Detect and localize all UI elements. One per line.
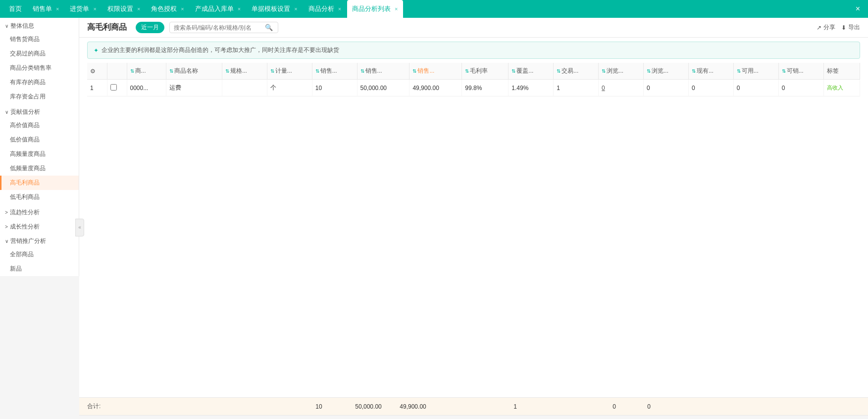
sidebar-group-marketing[interactable]: ∨营销推广分析 <box>0 233 79 247</box>
col-header-unit[interactable]: ⇅计量... <box>267 63 312 80</box>
nav-close-roles[interactable]: × <box>181 6 184 12</box>
col-header-sales-qty[interactable]: ⇅销售... <box>312 63 357 80</box>
nav-item-product-entry[interactable]: 产成品入库单× <box>190 0 246 18</box>
nav-close-analysis[interactable]: × <box>338 6 341 12</box>
nav-item-permissions[interactable]: 权限设置× <box>102 0 145 18</box>
cell-spec <box>222 80 267 96</box>
col-header-sales-cost[interactable]: ⇅销售... <box>409 63 462 80</box>
cell-coverage: 1.49% <box>509 80 554 96</box>
col-header-sellable[interactable]: ⇅可销... <box>778 63 823 80</box>
cell-index: 1 <box>87 80 107 96</box>
col-header-code[interactable]: ⇅商... <box>127 63 166 80</box>
sidebar-item-low-freq[interactable]: 低频量度商品 <box>0 161 79 176</box>
col-label: 计量... <box>275 67 292 74</box>
table-header-row: ⚙⇅商...⇅商品名称⇅规格...⇅计量...⇅销售...⇅销售...⇅销售..… <box>87 63 860 80</box>
col-header-settings: ⚙ <box>87 63 107 80</box>
nav-close-purchase[interactable]: × <box>93 6 96 12</box>
sort-icon: ⇅ <box>511 68 515 74</box>
col-header-available[interactable]: ⇅可用... <box>733 63 778 80</box>
nav-item-purchase[interactable]: 进货单× <box>65 0 101 18</box>
nav-close-product-entry[interactable]: × <box>238 6 241 12</box>
cell-browse2: 0 <box>644 80 689 96</box>
col-label: 销售... <box>417 67 434 74</box>
sidebar-group-financial[interactable]: ∨贡献值分析 <box>0 104 79 118</box>
sort-icon: ⇅ <box>602 68 606 74</box>
nav-item-sales[interactable]: 销售单× <box>28 0 64 18</box>
sidebar-item-in-stock[interactable]: 有库存的商品 <box>0 75 79 90</box>
sidebar-item-traded-goods[interactable]: 交易过的商品 <box>0 47 79 61</box>
col-header-spec[interactable]: ⇅规格... <box>222 63 267 80</box>
info-banner: ✦ 企业的主要的利润都是这部分商品创造的，可考虑加大推广，同时关注库存是不要出现… <box>87 42 860 59</box>
col-header-current-stock[interactable]: ⇅现有... <box>688 63 733 80</box>
page-title: 高毛利商品 <box>87 22 127 33</box>
export-button[interactable]: ⬇ 导出 <box>841 23 860 32</box>
sidebar-item-high-freq[interactable]: 高频量度商品 <box>0 147 79 161</box>
cell-browse1[interactable]: 0 <box>599 80 644 96</box>
close-all-button[interactable]: × <box>852 4 864 13</box>
col-header-margin-rate[interactable]: ⇅毛利率 <box>462 63 509 80</box>
sidebar-group-label-text: 流趋性分析 <box>10 208 40 217</box>
cell-sales-qty: 10 <box>312 80 357 96</box>
nav-item-analysis[interactable]: 商品分析× <box>304 0 346 18</box>
footer-sales-qty: 10 <box>312 402 352 411</box>
cell-sales-amount: 50,000.00 <box>357 80 409 96</box>
cell-checkbox[interactable] <box>107 80 127 96</box>
table-container[interactable]: ⚙⇅商...⇅商品名称⇅规格...⇅计量...⇅销售...⇅销售...⇅销售..… <box>79 63 868 397</box>
sidebar-item-stock-ratio[interactable]: 库存资金占用 <box>0 90 79 104</box>
cell-unit: 个 <box>267 80 312 96</box>
sidebar-group-label-text: 贡献值分析 <box>10 108 40 116</box>
chevron-icon: ∨ <box>5 109 8 115</box>
col-label: 销售... <box>365 67 382 74</box>
export-icon: ⬇ <box>841 24 846 31</box>
sidebar-item-new-goods[interactable]: 新品 <box>0 262 79 276</box>
col-label: 浏览... <box>652 67 668 74</box>
sidebar-item-sales-goods[interactable]: 销售货商品 <box>0 32 79 47</box>
info-text: 企业的主要的利润都是这部分商品创造的，可考虑加大推广，同时关注库存是不要出现缺货 <box>102 46 339 54</box>
search-icon[interactable]: 🔍 <box>265 24 273 31</box>
search-input[interactable] <box>174 24 263 31</box>
col-label: 可销... <box>787 67 804 74</box>
cell-current-stock: 0 <box>688 80 733 96</box>
sort-icon: ⇅ <box>225 68 229 74</box>
content-area: 高毛利商品 近一月 🔍 ↗ 分享 ⬇ 导出 ✦ 企业的主要的利润都是这部分商品创… <box>79 18 868 419</box>
col-header-coverage[interactable]: ⇅覆盖... <box>509 63 554 80</box>
nav-item-roles[interactable]: 角色授权× <box>146 0 189 18</box>
time-filter-near-month[interactable]: 近一月 <box>136 22 164 33</box>
col-label: 现有... <box>697 67 714 74</box>
col-header-trade-count[interactable]: ⇅交易... <box>554 63 599 80</box>
nav-item-template[interactable]: 单据模板设置× <box>247 0 302 18</box>
sidebar-group-overall[interactable]: ∨整体信息 <box>0 18 79 32</box>
sidebar-item-analysis-rate[interactable]: 商品分类销售率 <box>0 61 79 75</box>
sidebar-item-all-goods[interactable]: 全部商品 <box>0 247 79 262</box>
col-header-browse2[interactable]: ⇅浏览... <box>644 63 689 80</box>
share-button[interactable]: ↗ 分享 <box>817 23 835 32</box>
sidebar-item-high-margin[interactable]: 高毛利商品 <box>0 176 79 190</box>
sidebar-group-trend[interactable]: >流趋性分析 <box>0 204 79 219</box>
col-label: 销售... <box>320 67 337 74</box>
scroll-hint <box>79 415 868 419</box>
nav-close-template[interactable]: × <box>294 6 297 12</box>
sidebar-item-low-value[interactable]: 低价值商品 <box>0 133 79 147</box>
sidebar-item-high-value[interactable]: 高价值商品 <box>0 118 79 133</box>
col-header-browse1[interactable]: ⇅浏览... <box>599 63 644 80</box>
nav-close-permissions[interactable]: × <box>137 6 140 12</box>
info-icon: ✦ <box>94 47 99 54</box>
nav-item-analysis-list[interactable]: 商品分析列表× <box>347 0 403 18</box>
sidebar-group-growth[interactable]: >成长性分析 <box>0 219 79 233</box>
col-label: 覆盖... <box>516 67 533 74</box>
footer-cells: 10 50,000.00 49,900.00 1 0 0 <box>114 402 860 411</box>
nav-item-home[interactable]: 首页 <box>4 0 27 18</box>
sort-icon: ⇅ <box>782 68 786 74</box>
nav-close-sales[interactable]: × <box>56 6 59 12</box>
col-header-sales-amount[interactable]: ⇅销售... <box>357 63 409 80</box>
sort-icon: ⇅ <box>130 68 134 74</box>
col-label: 规格... <box>230 67 247 74</box>
search-box: 🔍 <box>169 22 278 33</box>
sidebar: ∨整体信息销售货商品交易过的商品商品分类销售率有库存的商品库存资金占用∨贡献值分… <box>0 18 79 276</box>
col-header-name[interactable]: ⇅商品名称 <box>166 63 222 80</box>
nav-close-analysis-list[interactable]: × <box>395 6 398 12</box>
sidebar-item-low-margin[interactable]: 低毛利商品 <box>0 190 79 204</box>
cell-tag[interactable]: 高收入 <box>823 80 860 96</box>
sidebar-collapse-button[interactable]: « <box>75 219 84 236</box>
sort-icon: ⇅ <box>360 68 364 74</box>
